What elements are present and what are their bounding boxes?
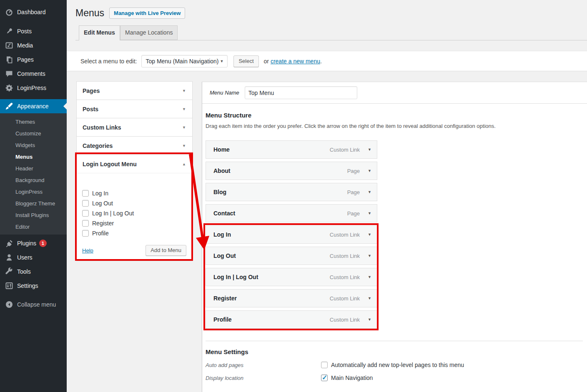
sidebar-item-plugins[interactable]: Plugins 1 xyxy=(0,236,67,250)
menu-select-bar: Select a menu to edit: Top Menu (Main Na… xyxy=(67,51,587,71)
sidebar-item-pages[interactable]: Pages xyxy=(0,52,67,67)
create-new-menu-link[interactable]: create a new menu xyxy=(271,58,320,65)
checkbox-label: Register xyxy=(92,220,114,227)
auto-add-pages-checkbox[interactable] xyxy=(321,362,328,368)
menu-item-label: Contact xyxy=(213,210,347,217)
select-button[interactable]: Select xyxy=(233,55,258,67)
accordion-title: Pages xyxy=(83,87,100,94)
sidebar-subitem-menus[interactable]: Menus xyxy=(0,151,67,163)
chevron-down-icon[interactable]: ▼ xyxy=(368,169,371,173)
menu-item-label: Register xyxy=(213,295,330,302)
chevron-down-icon[interactable]: ▼ xyxy=(368,211,371,215)
accordion-header-pages[interactable]: Pages ▼ xyxy=(77,82,192,100)
tab-manage-locations[interactable]: Manage Locations xyxy=(120,25,178,40)
sidebar-item-settings[interactable]: Settings xyxy=(0,279,67,293)
chevron-down-icon[interactable]: ▼ xyxy=(368,275,371,279)
accordion-header-posts[interactable]: Posts ▼ xyxy=(77,100,192,118)
sidebar-item-loginpress[interactable]: LoginPress xyxy=(0,81,67,95)
option-row-log-out: Log Out xyxy=(82,198,186,208)
menu-item-home[interactable]: Home Custom Link ▼ xyxy=(206,140,377,159)
sidebar-item-users[interactable]: Users xyxy=(0,250,67,265)
accordion-header-categories[interactable]: Categories ▼ xyxy=(77,137,192,155)
sidebar-item-comments[interactable]: Comments xyxy=(0,67,67,81)
sliders-icon xyxy=(5,282,13,290)
register-checkbox[interactable] xyxy=(82,220,89,227)
chevron-down-icon[interactable]: ▼ xyxy=(368,254,371,258)
log-out-checkbox[interactable] xyxy=(82,200,89,207)
accordion-section-custom-links: Custom Links ▼ xyxy=(76,118,193,137)
menu-item-sources-panel: Pages ▼ Posts ▼ Custom Links ▼ Categorie… xyxy=(76,82,193,261)
sidebar-subitem-widgets[interactable]: Widgets xyxy=(0,140,67,151)
sidebar-item-dashboard[interactable]: Dashboard xyxy=(0,5,67,19)
menu-item-log-out[interactable]: Log Out Custom Link ▼ xyxy=(206,247,377,265)
menu-item-type: Page xyxy=(347,210,360,217)
menu-structure-hint: Drag each item into the order you prefer… xyxy=(206,123,587,129)
accordion-title: Categories xyxy=(83,142,113,149)
menu-item-register[interactable]: Register Custom Link ▼ xyxy=(206,289,377,307)
log-in-log-out-checkbox[interactable] xyxy=(82,210,89,217)
accordion-title: Login Logout Menu xyxy=(83,161,137,167)
chevron-down-icon: ▼ xyxy=(220,59,224,63)
accordion-title: Custom Links xyxy=(83,124,121,131)
sidebar-subitem-header[interactable]: Header xyxy=(0,163,67,175)
chevron-down-icon[interactable]: ▼ xyxy=(368,147,371,152)
accordion-title: Posts xyxy=(83,106,98,112)
menu-item-contact[interactable]: Contact Page ▼ xyxy=(206,204,377,222)
accordion-header-login-logout-menu[interactable]: Login Logout Menu ▲ xyxy=(77,155,192,173)
accordion-section-categories: Categories ▼ xyxy=(76,136,193,155)
profile-checkbox[interactable] xyxy=(82,230,89,237)
menu-dropdown[interactable]: Top Menu (Main Navigation) ▼ xyxy=(141,55,228,67)
auto-add-pages-option-label: Automatically add new top-level pages to… xyxy=(331,362,464,368)
sidebar-item-tools[interactable]: Tools xyxy=(0,265,67,279)
checkbox-label: Log In xyxy=(92,190,108,197)
help-link[interactable]: Help xyxy=(82,247,93,254)
manage-live-preview-button[interactable]: Manage with Live Preview xyxy=(109,7,185,19)
menu-settings-section: Menu Settings Auto add pages Automatical… xyxy=(206,341,583,381)
sidebar-subitem-bloggerz-theme[interactable]: Bloggerz Theme xyxy=(0,198,67,210)
sidebar-item-posts[interactable]: Posts xyxy=(0,24,67,38)
dashboard-icon xyxy=(5,8,13,16)
sidebar-subitem-editor[interactable]: Editor xyxy=(0,221,67,233)
log-in-checkbox[interactable] xyxy=(82,190,89,197)
sidebar-subitem-loginpress[interactable]: LoginPress xyxy=(0,186,67,198)
appearance-submenu: Themes Customize Widgets Menus Header Ba… xyxy=(0,113,67,235)
sidebar-item-label: Plugins xyxy=(17,240,36,247)
admin-sidebar: Dashboard Posts Media Pages Comments Log… xyxy=(0,0,67,392)
menu-item-label: Profile xyxy=(213,316,330,323)
accordion-header-custom-links[interactable]: Custom Links ▼ xyxy=(77,118,192,136)
menu-item-blog[interactable]: Blog Page ▼ xyxy=(206,183,377,201)
menu-item-profile[interactable]: Profile Custom Link ▼ xyxy=(206,310,377,329)
chevron-down-icon[interactable]: ▼ xyxy=(368,317,371,322)
menu-item-about[interactable]: About Page ▼ xyxy=(206,162,377,180)
tab-edit-menus[interactable]: Edit Menus xyxy=(79,25,120,40)
chevron-down-icon[interactable]: ▼ xyxy=(368,232,371,237)
chevron-down-icon[interactable]: ▼ xyxy=(368,190,371,194)
chevron-down-icon: ▼ xyxy=(182,89,186,93)
chevron-down-icon[interactable]: ▼ xyxy=(368,296,371,300)
sidebar-subitem-themes[interactable]: Themes xyxy=(0,116,67,128)
sidebar-separator xyxy=(0,95,67,99)
sidebar-item-media[interactable]: Media xyxy=(0,38,67,52)
media-icon xyxy=(5,41,13,50)
option-row-log-in-log-out: Log In | Log Out xyxy=(82,208,186,218)
accordion-section-posts: Posts ▼ xyxy=(76,100,193,118)
checkbox-label: Profile xyxy=(92,230,109,237)
sidebar-item-appearance[interactable]: Appearance xyxy=(0,99,67,113)
collapse-menu-button[interactable]: Collapse menu xyxy=(0,297,67,312)
sidebar-item-label: Dashboard xyxy=(17,9,46,15)
sidebar-subitem-customize[interactable]: Customize xyxy=(0,128,67,140)
menu-item-log-in[interactable]: Log In Custom Link ▼ xyxy=(206,225,377,244)
sidebar-item-label: Pages xyxy=(17,56,34,63)
or-text: or xyxy=(264,58,269,65)
menu-name-input[interactable] xyxy=(245,86,357,99)
menu-editor-panel: Menu Name Menu Structure Drag each item … xyxy=(202,82,587,392)
menu-item-label: Log In xyxy=(213,231,330,238)
display-location-row: Display location Main Navigation xyxy=(206,375,583,381)
sidebar-subitem-background[interactable]: Background xyxy=(0,175,67,186)
main-navigation-checkbox[interactable] xyxy=(321,375,328,381)
add-to-menu-button[interactable]: Add to Menu xyxy=(145,245,186,256)
select-menu-label: Select a menu to edit: xyxy=(80,58,137,65)
checkbox-label: Log Out xyxy=(92,200,113,207)
menu-item-log-in-log-out[interactable]: Log In | Log Out Custom Link ▼ xyxy=(206,268,377,286)
sidebar-subitem-install-plugins[interactable]: Install Plugins xyxy=(0,210,67,221)
